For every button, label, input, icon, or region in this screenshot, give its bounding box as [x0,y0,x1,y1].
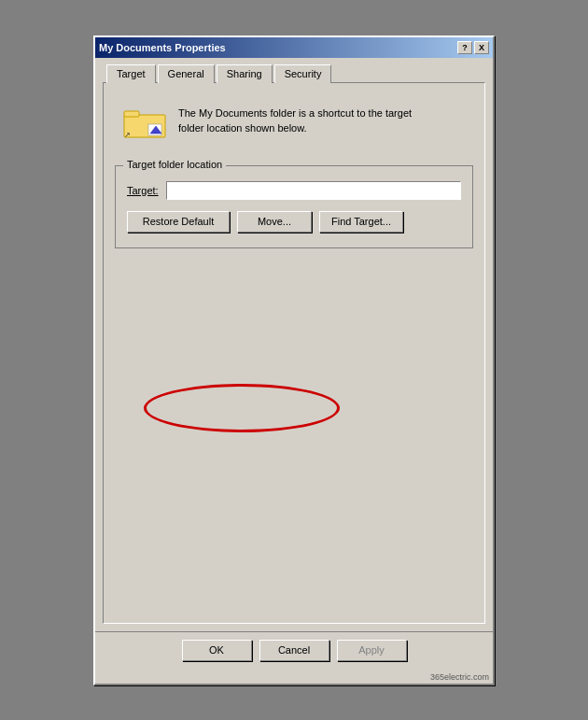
apply-button[interactable]: Apply [337,640,407,661]
dialog-window: My Documents Properties ? X Target Gener… [93,35,495,685]
action-buttons-row: Restore Default Move... Find Target... [127,211,461,233]
help-button[interactable]: ? [457,41,472,54]
target-input[interactable] [166,181,461,200]
target-folder-group: Target folder location Target: Restore D… [115,165,473,248]
info-text: The My Documents folder is a shortcut to… [178,106,412,136]
watermark: 365electric.com [95,671,493,684]
tab-bar: Target General Sharing Security [103,64,485,82]
tab-sharing[interactable]: Sharing [217,64,273,83]
svg-text:↗: ↗ [124,131,131,139]
target-label: Target: [127,185,159,196]
target-row: Target: [127,181,461,200]
window-title: My Documents Properties [99,42,226,53]
tab-content-target: ↗ The My Documents folder is a shortcut … [103,82,485,624]
title-bar: My Documents Properties ? X [95,37,493,58]
group-box-label: Target folder location [123,159,226,170]
folder-icon: ↗ [122,102,167,139]
title-bar-buttons: ? X [457,41,489,54]
restore-default-button[interactable]: Restore Default [127,211,230,233]
circle-annotation [144,384,340,432]
find-target-button[interactable]: Find Target... [319,211,403,233]
tab-target[interactable]: Target [106,64,156,83]
svg-rect-1 [124,111,139,117]
move-button[interactable]: Move... [237,211,312,233]
tab-security[interactable]: Security [274,64,332,83]
info-area: ↗ The My Documents folder is a shortcut … [115,94,473,147]
bottom-buttons-area: OK Cancel Apply [95,631,493,671]
cancel-button[interactable]: Cancel [259,640,329,661]
ok-button[interactable]: OK [182,640,252,661]
dialog-content: Target General Sharing Security [95,58,493,631]
tab-general[interactable]: General [158,64,215,83]
close-button[interactable]: X [474,41,489,54]
